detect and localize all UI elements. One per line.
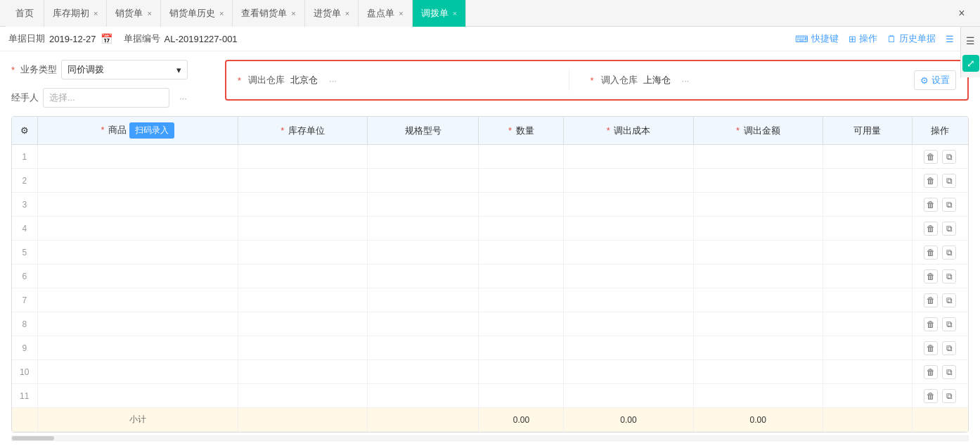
row-spec[interactable] (368, 312, 479, 336)
scroll-thumb[interactable] (12, 436, 54, 440)
row-qty[interactable] (479, 288, 564, 312)
shortcuts-button[interactable]: ⌨ 快捷键 (795, 32, 839, 45)
operations-button[interactable]: ⊞ 操作 (849, 32, 877, 45)
row-cost[interactable] (564, 360, 693, 384)
row-available[interactable] (823, 241, 912, 265)
row-product[interactable] (37, 217, 238, 241)
delete-row-button[interactable]: 🗑 (924, 341, 938, 355)
row-cost[interactable] (564, 169, 693, 193)
row-qty[interactable] (479, 384, 564, 408)
delete-row-button[interactable]: 🗑 (924, 293, 938, 307)
window-close-button[interactable]: × (949, 0, 974, 27)
tab-sales-order[interactable]: 销货单 × (107, 0, 160, 27)
row-amount[interactable] (693, 312, 823, 336)
row-qty[interactable] (479, 312, 564, 336)
handler-select[interactable]: 选择... (43, 88, 169, 108)
row-qty[interactable] (479, 169, 564, 193)
delete-row-button[interactable]: 🗑 (924, 365, 938, 379)
row-qty[interactable] (479, 145, 564, 169)
close-inventory-init[interactable]: × (94, 9, 98, 18)
row-amount[interactable] (693, 360, 823, 384)
tab-sales-history[interactable]: 销货单历史 × (161, 0, 233, 27)
tab-transfer[interactable]: 调拨单 × (413, 0, 466, 27)
handler-more-icon[interactable]: ··· (179, 93, 187, 103)
horizontal-scrollbar[interactable] (11, 435, 969, 441)
row-product[interactable] (37, 384, 238, 408)
row-amount[interactable] (693, 241, 823, 265)
sidebar-expand-icon[interactable]: ⤢ (962, 55, 979, 72)
history-button[interactable]: 🗒 历史单据 (887, 32, 936, 45)
row-qty[interactable] (479, 193, 564, 217)
row-qty[interactable] (479, 336, 564, 360)
row-spec[interactable] (368, 265, 479, 288)
copy-row-button[interactable]: ⧉ (942, 198, 956, 212)
row-available[interactable] (823, 265, 912, 288)
row-spec[interactable] (368, 241, 479, 265)
delete-row-button[interactable]: 🗑 (924, 317, 938, 331)
close-transfer[interactable]: × (453, 9, 457, 18)
row-spec[interactable] (368, 336, 479, 360)
row-available[interactable] (823, 312, 912, 336)
row-product[interactable] (37, 360, 238, 384)
copy-row-button[interactable]: ⧉ (942, 269, 956, 283)
close-sales-order[interactable]: × (147, 9, 151, 18)
copy-row-button[interactable]: ⧉ (942, 365, 956, 379)
row-product[interactable] (37, 145, 238, 169)
row-cost[interactable] (564, 145, 693, 169)
row-cost[interactable] (564, 241, 693, 265)
row-cost[interactable] (564, 384, 693, 408)
row-qty[interactable] (479, 217, 564, 241)
view-toggle-list[interactable]: ☰ (946, 34, 954, 44)
row-amount[interactable] (693, 384, 823, 408)
row-amount[interactable] (693, 145, 823, 169)
row-spec[interactable] (368, 217, 479, 241)
row-available[interactable] (823, 217, 912, 241)
row-product[interactable] (37, 265, 238, 288)
row-available[interactable] (823, 193, 912, 217)
row-qty[interactable] (479, 360, 564, 384)
tab-home[interactable]: 首页 (6, 0, 44, 27)
row-product[interactable] (37, 288, 238, 312)
row-cost[interactable] (564, 336, 693, 360)
tab-inventory-check[interactable]: 盘点单 × (359, 0, 412, 27)
row-available[interactable] (823, 360, 912, 384)
row-unit[interactable] (238, 384, 368, 408)
biz-type-select[interactable]: 同价调拨 ▾ (61, 60, 188, 79)
row-unit[interactable] (238, 336, 368, 360)
close-view-sales[interactable]: × (291, 9, 295, 18)
delete-row-button[interactable]: 🗑 (924, 174, 938, 188)
row-spec[interactable] (368, 193, 479, 217)
row-qty[interactable] (479, 265, 564, 288)
out-warehouse-more-icon[interactable]: ··· (329, 75, 337, 86)
copy-row-button[interactable]: ⧉ (942, 150, 956, 164)
row-product[interactable] (37, 169, 238, 193)
close-purchase[interactable]: × (345, 9, 349, 18)
copy-row-button[interactable]: ⧉ (942, 174, 956, 188)
copy-row-button[interactable]: ⧉ (942, 317, 956, 331)
row-spec[interactable] (368, 288, 479, 312)
row-amount[interactable] (693, 288, 823, 312)
row-unit[interactable] (238, 288, 368, 312)
row-spec[interactable] (368, 360, 479, 384)
row-amount[interactable] (693, 193, 823, 217)
delete-row-button[interactable]: 🗑 (924, 198, 938, 212)
row-amount[interactable] (693, 265, 823, 288)
row-available[interactable] (823, 145, 912, 169)
row-unit[interactable] (238, 145, 368, 169)
row-product[interactable] (37, 336, 238, 360)
copy-row-button[interactable]: ⧉ (942, 389, 956, 403)
close-inventory-check[interactable]: × (399, 9, 403, 18)
delete-row-button[interactable]: 🗑 (924, 222, 938, 236)
row-available[interactable] (823, 336, 912, 360)
scan-button[interactable]: 扫码录入 (129, 122, 174, 139)
row-unit[interactable] (238, 217, 368, 241)
row-cost[interactable] (564, 217, 693, 241)
row-unit[interactable] (238, 265, 368, 288)
copy-row-button[interactable]: ⧉ (942, 246, 956, 260)
row-unit[interactable] (238, 360, 368, 384)
close-sales-history[interactable]: × (219, 9, 224, 18)
row-qty[interactable] (479, 241, 564, 265)
calendar-icon[interactable]: 📅 (101, 33, 112, 44)
row-amount[interactable] (693, 169, 823, 193)
row-unit[interactable] (238, 193, 368, 217)
